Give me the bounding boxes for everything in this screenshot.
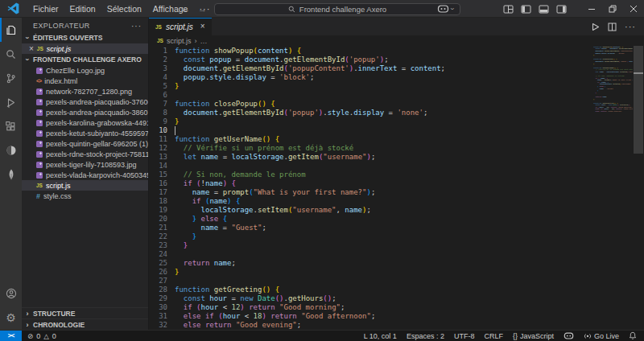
status-eol[interactable]: CRLF: [484, 332, 503, 340]
search-icon: [288, 6, 295, 13]
extensions-icon[interactable]: [0, 114, 22, 138]
run-debug-icon[interactable]: [0, 90, 22, 114]
image-file-icon: [36, 88, 43, 95]
breadcrumb[interactable]: JS script.js › …: [149, 35, 644, 46]
code-area[interactable]: function showPopup(content) { const popu…: [175, 46, 644, 330]
sidebar-section-structure[interactable]: ›STRUCTURE: [22, 307, 148, 318]
editor-more-actions-icon[interactable]: ···: [625, 22, 636, 31]
copilot-menu[interactable]: ›: [437, 5, 453, 14]
code-line: let name = localStorage.getItem("usernam…: [175, 153, 644, 162]
file-label: style.css: [43, 192, 72, 200]
file-label: pexels-rdne-stock-project-758112.jpg: [46, 150, 148, 158]
search-sidebar-icon[interactable]: [0, 42, 22, 66]
toggle-sidebar-icon[interactable]: [521, 5, 531, 14]
status-copilot-icon[interactable]: [564, 332, 574, 340]
menu-fichier[interactable]: Fichier: [27, 0, 64, 18]
toggle-secondary-sidebar-icon[interactable]: [556, 5, 567, 14]
forward-arrow-icon[interactable]: →: [194, 4, 211, 14]
file-row[interactable]: <>index.html: [22, 76, 148, 86]
close-editor-icon[interactable]: ×: [29, 45, 34, 53]
split-editor-icon[interactable]: [608, 23, 617, 31]
close-window-button[interactable]: [623, 0, 644, 18]
workspace-section[interactable]: › FRONTEND CHALLENGE AXERO: [22, 54, 148, 65]
file-row[interactable]: pexels-andrea-piacquadio-3860775.j...: [22, 107, 148, 117]
status-go-live[interactable]: Go Live: [584, 332, 619, 340]
open-editor-label: script.js: [47, 45, 72, 53]
image-file-icon: [36, 162, 43, 168]
remote-indicator[interactable]: ><: [0, 331, 22, 341]
sidebar-section-chronologie[interactable]: ›CHRONOLOGIE: [22, 318, 148, 330]
code-line: const popup = document.getElementById('p…: [175, 55, 644, 64]
line-numbers: 1234567891011121314151617181920212223242…: [149, 46, 175, 330]
code-line: // Si non, demande le prénom: [175, 170, 644, 179]
minimize-button[interactable]: [581, 0, 602, 18]
braces-icon: {}: [513, 332, 518, 340]
customize-layout-icon[interactable]: [503, 5, 514, 14]
file-row[interactable]: JSscript.js: [22, 180, 148, 191]
code-line: }: [175, 241, 644, 250]
sidebar-actions-icon[interactable]: ···: [131, 22, 142, 31]
file-row[interactable]: pexels-karolina-grabowska-4491443....: [22, 117, 148, 128]
code-line: document.getElementById('popup').style.d…: [175, 109, 644, 117]
explorer-sidebar: EXPLORATEUR ··· › ÉDITEURS OUVERTS ×JSsc…: [22, 18, 149, 330]
notifications-bell-icon[interactable]: [629, 331, 637, 340]
restore-button[interactable]: [602, 0, 623, 18]
status-language[interactable]: {} JavaScript: [513, 332, 554, 340]
error-icon: ⊘: [27, 332, 33, 340]
status-encoding[interactable]: UTF-8: [454, 332, 475, 340]
code-line: } else {: [175, 215, 644, 224]
status-bar: >< ⊘ 0 △ 0 L 10, col 1 Espaces : 2 UTF-8…: [0, 330, 644, 341]
file-row[interactable]: pexels-rdne-stock-project-758112.jpg: [22, 149, 148, 159]
settings-gear-icon[interactable]: ⚙: [0, 306, 22, 330]
html-file-icon: <>: [36, 78, 41, 84]
explorer-icon[interactable]: [0, 18, 22, 42]
source-control-icon[interactable]: [0, 66, 22, 90]
menu-selection[interactable]: Sélection: [101, 0, 147, 18]
chevron-right-icon: ›: [24, 321, 31, 329]
code-line: function getUserName() {: [175, 135, 644, 144]
file-row[interactable]: pexels-andrea-piacquadio-3760093.j...: [22, 97, 148, 107]
code-line: if (hour < 12) return "Good morning";: [175, 303, 644, 312]
image-file-icon: [36, 141, 43, 147]
code-line: [175, 277, 644, 286]
code-line: function getGreeting() {: [175, 286, 644, 294]
open-editors-section[interactable]: › ÉDITEURS OUVERTS: [22, 32, 148, 43]
minimap[interactable]: function showPopup(content) { const popu…: [593, 46, 633, 330]
back-arrow-icon[interactable]: ←: [177, 4, 194, 14]
file-row[interactable]: ChezElle Logo.jpg: [22, 65, 148, 76]
file-label: ChezElle Logo.jpg: [46, 67, 105, 75]
run-file-icon[interactable]: [591, 23, 600, 31]
file-row[interactable]: pexels-ketut-subiyanto-4559597.jpg: [22, 128, 148, 138]
open-editor-item[interactable]: ×JSscript.js: [22, 43, 148, 54]
file-row[interactable]: network-782707_1280.png: [22, 86, 148, 97]
code-line: // Vérifie si un prénom est déjà stocké: [175, 144, 644, 153]
code-line: function closePopup() {: [175, 100, 644, 109]
status-indentation[interactable]: Espaces : 2: [407, 332, 444, 340]
file-label: pexels-tiger-lily-7108593.jpg: [46, 161, 137, 169]
problems-status[interactable]: ⊘ 0 △ 0: [22, 332, 56, 340]
file-row[interactable]: pexels-vlada-karpovich-4050345.jpg: [22, 170, 148, 180]
menu-edition[interactable]: Edition: [64, 0, 101, 18]
close-tab-icon[interactable]: ×: [200, 23, 205, 31]
mongodb-leaf-icon[interactable]: [0, 162, 22, 187]
file-row[interactable]: #style.css: [22, 191, 148, 201]
extension-circle-icon[interactable]: [0, 138, 22, 162]
scrollbar-slider[interactable]: [634, 46, 643, 154]
js-file-icon: JS: [36, 183, 43, 188]
status-cursor-position[interactable]: L 10, col 1: [364, 332, 397, 340]
code-line: function showPopup(content) {: [175, 47, 644, 55]
file-label: pexels-ketut-subiyanto-4559597.jpg: [46, 129, 148, 138]
image-file-icon: [36, 151, 43, 158]
editor-scrollbar[interactable]: [633, 46, 644, 330]
file-label: pexels-andrea-piacquadio-3760093.j...: [46, 98, 148, 106]
file-row[interactable]: pexels-quintin-gellar-696205 (1).jpg: [22, 138, 148, 149]
code-line: localStorage.setItem("username", name);: [175, 206, 644, 215]
toggle-panel-icon[interactable]: [539, 5, 549, 14]
code-line: [175, 162, 644, 170]
file-label: script.js: [46, 182, 71, 190]
search-input[interactable]: Frontend challenge Axero: [214, 3, 460, 15]
account-icon[interactable]: [0, 281, 22, 306]
file-row[interactable]: pexels-tiger-lily-7108593.jpg: [22, 159, 148, 170]
tab-script-js[interactable]: JS script.js ×: [149, 18, 212, 35]
code-line: else return "Good evening";: [175, 321, 644, 330]
